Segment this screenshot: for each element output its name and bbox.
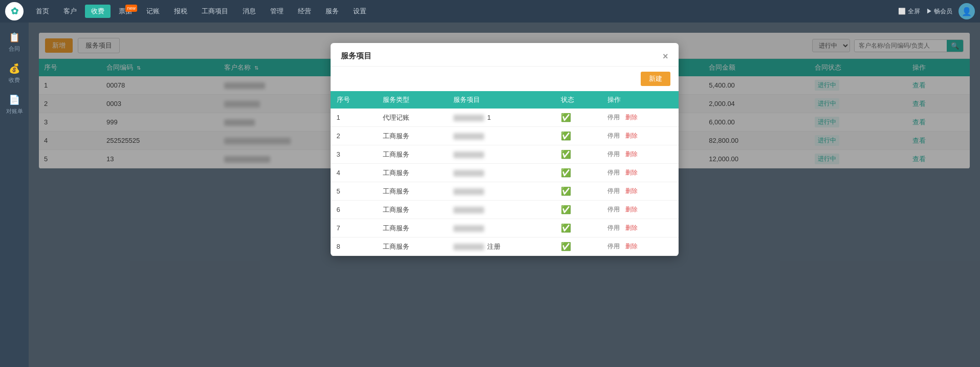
app-logo[interactable]: ✿ (5, 2, 24, 20)
disable-link[interactable]: 停用 (607, 224, 620, 231)
modal-th-type: 服务类型 (377, 91, 447, 109)
delete-link[interactable]: 删除 (625, 169, 638, 176)
modal-title: 服务项目 (341, 51, 372, 61)
modal-cell-status: ✅ (555, 109, 601, 127)
disable-link[interactable]: 停用 (607, 150, 620, 158)
modal-table-row: 6 工商服务 ✅ 停用 删除 (331, 201, 679, 219)
modal-table-row: 5 工商服务 ✅ 停用 删除 (331, 182, 679, 201)
modal-close-button[interactable]: × (663, 52, 668, 61)
status-check-icon: ✅ (561, 168, 571, 177)
modal-th-action: 操作 (601, 91, 678, 109)
modal-th-status: 状态 (555, 91, 601, 109)
modal-cell-item: 1 (447, 109, 555, 127)
modal-cell-item (447, 182, 555, 201)
sidebar-item-contract[interactable]: 📋 合同 (2, 28, 27, 57)
modal-cell-index: 3 (331, 145, 377, 164)
nav-item-operation[interactable]: 经营 (292, 5, 317, 18)
modal-cell-status: ✅ (555, 164, 601, 182)
modal-cell-status: ✅ (555, 219, 601, 238)
top-nav: ✿ 首页 客户 收费 票据 new 记账 报税 工商项目 消息 管理 经营 服务… (0, 0, 980, 23)
modal-th-index: 序号 (331, 91, 377, 109)
delete-link[interactable]: 删除 (625, 206, 638, 213)
disable-link[interactable]: 停用 (607, 187, 620, 195)
service-item-modal: 服务项目 × 新建 序号 服务类型 服务项目 状态 (331, 43, 679, 256)
modal-table-row: 4 工商服务 ✅ 停用 删除 (331, 164, 679, 182)
nav-item-manage[interactable]: 管理 (264, 5, 290, 18)
modal-cell-index: 1 (331, 109, 377, 127)
status-check-icon: ✅ (561, 205, 571, 214)
nav-item-customer[interactable]: 客户 (57, 5, 83, 18)
status-check-icon: ✅ (561, 224, 571, 232)
modal-cell-item (447, 219, 555, 238)
modal-table-row: 3 工商服务 ✅ 停用 删除 (331, 145, 679, 164)
modal-table: 序号 服务类型 服务项目 状态 操作 1 代理记账 (331, 91, 679, 256)
modal-cell-action: 停用 删除 (601, 127, 678, 145)
modal-cell-type: 代理记账 (377, 109, 447, 127)
nav-right: ⬜ 全屏 ▶ 畅会员 👤 (898, 3, 975, 19)
modal-new-button[interactable]: 新建 (641, 72, 670, 86)
delete-link[interactable]: 删除 (625, 224, 638, 231)
modal-cell-action: 停用 删除 (601, 201, 678, 219)
status-check-icon: ✅ (561, 242, 571, 251)
modal-cell-index: 7 (331, 219, 377, 238)
sidebar-item-reconcile[interactable]: 📄 对账单 (2, 90, 27, 119)
modal-cell-type: 工商服务 (377, 164, 447, 182)
modal-cell-type: 工商服务 (377, 127, 447, 145)
modal-header-row: 序号 服务类型 服务项目 状态 操作 (331, 91, 679, 109)
disable-link[interactable]: 停用 (607, 243, 620, 250)
main-content: 新增 服务项目 进行中 已结束 全部 🔍 (29, 23, 980, 367)
modal-table-row: 7 工商服务 ✅ 停用 删除 (331, 219, 679, 238)
modal-cell-type: 工商服务 (377, 238, 447, 256)
modal-cell-status: ✅ (555, 201, 601, 219)
modal-cell-index: 6 (331, 201, 377, 219)
nav-item-invoice[interactable]: 票据 new (113, 5, 138, 18)
modal-cell-status: ✅ (555, 238, 601, 256)
disable-link[interactable]: 停用 (607, 114, 620, 121)
modal-header: 服务项目 × (331, 43, 679, 67)
contract-icon: 📋 (9, 32, 20, 43)
sidebar-item-charge[interactable]: 💰 收费 (2, 59, 27, 88)
modal-cell-action: 停用 删除 (601, 109, 678, 127)
nav-item-charge[interactable]: 收费 (85, 5, 111, 18)
delete-link[interactable]: 删除 (625, 114, 638, 121)
nav-item-business[interactable]: 工商项目 (195, 5, 234, 18)
sidebar: 📋 合同 💰 收费 📄 对账单 (0, 23, 29, 367)
disable-link[interactable]: 停用 (607, 169, 620, 176)
nav-item-tax[interactable]: 报税 (168, 5, 193, 18)
modal-cell-type: 工商服务 (377, 219, 447, 238)
modal-cell-index: 4 (331, 164, 377, 182)
modal-cell-index: 8 (331, 238, 377, 256)
disable-link[interactable]: 停用 (607, 132, 620, 139)
member-btn[interactable]: ▶ 畅会员 (926, 7, 952, 16)
modal-cell-item: 注册 (447, 238, 555, 256)
modal-table-row: 2 工商服务 ✅ 停用 删除 (331, 127, 679, 145)
modal-cell-index: 5 (331, 182, 377, 201)
delete-link[interactable]: 删除 (625, 187, 638, 195)
sidebar-item-label-reconcile: 对账单 (6, 107, 23, 115)
fullscreen-btn[interactable]: ⬜ 全屏 (898, 7, 920, 16)
new-badge: new (125, 5, 137, 12)
modal-th-item: 服务项目 (447, 91, 555, 109)
modal-cell-action: 停用 删除 (601, 164, 678, 182)
modal-cell-status: ✅ (555, 145, 601, 164)
modal-cell-status: ✅ (555, 182, 601, 201)
delete-link[interactable]: 删除 (625, 132, 638, 139)
user-avatar[interactable]: 👤 (959, 3, 975, 19)
nav-item-settings[interactable]: 设置 (347, 5, 373, 18)
sidebar-item-label-charge: 收费 (9, 76, 20, 84)
nav-item-service[interactable]: 服务 (319, 5, 345, 18)
nav-item-message[interactable]: 消息 (236, 5, 262, 18)
disable-link[interactable]: 停用 (607, 206, 620, 213)
charge-icon: 💰 (9, 63, 20, 74)
delete-link[interactable]: 删除 (625, 150, 638, 158)
modal-cell-item (447, 127, 555, 145)
modal-toolbar: 新建 (331, 67, 679, 91)
status-check-icon: ✅ (561, 113, 571, 122)
modal-cell-item (447, 145, 555, 164)
delete-link[interactable]: 删除 (625, 243, 638, 250)
nav-item-accounting[interactable]: 记账 (140, 5, 166, 18)
nav-item-home[interactable]: 首页 (30, 5, 55, 18)
modal-cell-item (447, 201, 555, 219)
modal-cell-action: 停用 删除 (601, 182, 678, 201)
modal-cell-action: 停用 删除 (601, 238, 678, 256)
